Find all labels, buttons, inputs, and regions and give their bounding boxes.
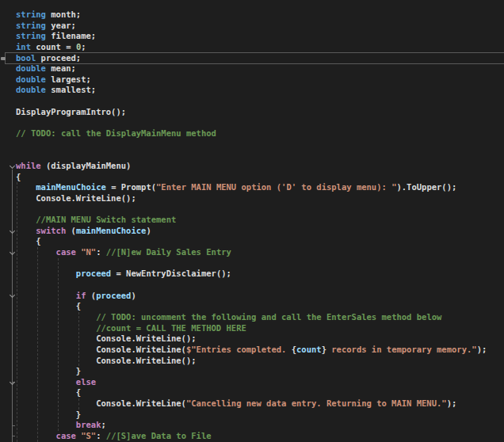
code-line[interactable]: else <box>0 377 504 388</box>
code-line[interactable]: case "N": //[N]ew Daily Sales Entry <box>0 247 504 258</box>
code-line[interactable]: while (displayMainMenu) <box>0 161 504 172</box>
code-line[interactable] <box>0 280 504 291</box>
code-line[interactable]: { <box>0 172 504 183</box>
code-line[interactable]: Console.WriteLine(); <box>0 333 504 345</box>
fold-end-tick <box>12 425 15 426</box>
fold-chevron-icon[interactable] <box>10 250 15 256</box>
code-line[interactable]: string filename; <box>0 31 504 42</box>
code-line[interactable] <box>0 258 504 269</box>
code-area[interactable]: string month;string year;string filename… <box>0 10 504 442</box>
code-line[interactable]: Console.WriteLine(); <box>0 193 504 204</box>
code-line[interactable]: DisplayProgramIntro(); <box>0 107 504 118</box>
code-line[interactable] <box>0 139 504 151</box>
code-line[interactable]: // TODO: uncomment the following and cal… <box>0 312 504 323</box>
code-line[interactable]: double mean; <box>0 63 504 74</box>
fold-chevron-icon[interactable] <box>10 164 15 170</box>
code-line[interactable]: double largest; <box>0 74 504 86</box>
code-line[interactable]: int count = 0; <box>0 42 504 53</box>
code-line[interactable]: // TODO: call the DisplayMainMenu method <box>0 128 504 139</box>
code-line[interactable]: switch (mainMenuChoice) <box>0 226 504 237</box>
code-line[interactable] <box>0 204 504 215</box>
code-line[interactable]: string month; <box>0 10 504 21</box>
code-line[interactable]: double smallest; <box>0 85 504 96</box>
code-line[interactable]: Console.WriteLine(); <box>0 356 504 367</box>
code-line[interactable]: } <box>0 366 504 377</box>
code-line[interactable]: proceed = NewEntryDisclaimer(); <box>0 269 504 280</box>
code-line[interactable]: case "S": //[S]ave Data to File <box>0 431 504 442</box>
code-line[interactable]: break; <box>0 420 504 431</box>
code-line[interactable]: Console.WriteLine($"Entries completed. {… <box>0 345 504 356</box>
code-line[interactable]: mainMenuChoice = Prompt("Enter MAIN MENU… <box>0 182 504 193</box>
code-line[interactable]: //count = CALL THE METHOD HERE <box>0 323 504 334</box>
code-line[interactable] <box>0 150 504 161</box>
code-line[interactable] <box>0 117 504 128</box>
code-line[interactable]: if (proceed) <box>0 291 504 302</box>
fold-guide-line <box>12 170 13 442</box>
code-line[interactable]: string year; <box>0 21 504 32</box>
fold-chevron-icon[interactable] <box>10 380 15 386</box>
fold-chevron-icon[interactable] <box>10 229 15 234</box>
code-line[interactable]: { <box>0 387 504 398</box>
code-line[interactable]: bool proceed; <box>0 53 504 64</box>
code-line[interactable]: { <box>0 301 504 312</box>
code-editor: string month;string year;string filename… <box>0 0 504 442</box>
fold-end-tick <box>12 436 15 436</box>
current-statement-glyph <box>1 57 6 60</box>
code-line[interactable]: //MAIN MENU Switch statement <box>0 215 504 226</box>
code-line[interactable]: Console.WriteLine("Cancelling new data e… <box>0 398 504 410</box>
code-line[interactable]: { <box>0 236 504 247</box>
code-line[interactable]: } <box>0 410 504 421</box>
code-line[interactable] <box>0 96 504 107</box>
fold-chevron-icon[interactable] <box>10 293 15 299</box>
